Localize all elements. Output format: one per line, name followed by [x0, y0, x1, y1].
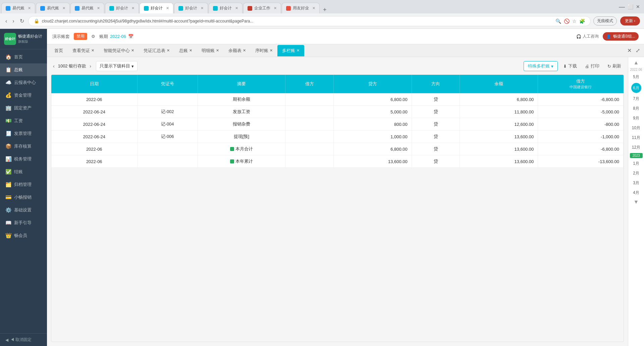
sidebar-item-基础设置[interactable]: ⚙️基础设置 [0, 204, 47, 216]
browser-tab-8[interactable]: 用友好业✕ [282, 3, 320, 13]
cell-direction: 贷 [412, 118, 460, 131]
calendar-month-2023-1[interactable]: 1月 [628, 159, 644, 168]
calendar-month-5[interactable]: 5月 [628, 72, 644, 82]
page-tab-close-2[interactable]: ✕ [131, 48, 134, 53]
tab-close-2[interactable]: ✕ [97, 6, 100, 10]
calendar-scroll-up[interactable]: ▲ [632, 58, 640, 67]
page-tab-close-3[interactable]: ✕ [167, 48, 170, 53]
sidebar-item-发票管理[interactable]: 🧾发票管理 [0, 127, 47, 140]
calendar-month-7[interactable]: 7月 [628, 94, 644, 104]
nav-icon-3: 💰 [5, 92, 11, 98]
calendar-month-10[interactable]: 10月 [628, 123, 644, 133]
voucher-link[interactable]: 记-002 [161, 109, 174, 114]
download-button[interactable]: ⬇ 下载 [560, 61, 580, 71]
tab-close-3[interactable]: ✕ [131, 6, 135, 10]
voucher-link[interactable]: 记-006 [161, 134, 174, 139]
update-button[interactable]: 更新 › [620, 16, 640, 26]
page-tab-查看凭证[interactable]: 查看凭证✕ [68, 45, 99, 56]
sidebar-item-工资[interactable]: 💵工资 [0, 114, 47, 127]
browser-tab-3[interactable]: 好会计✕ [105, 3, 139, 13]
page-tab-序时账[interactable]: 序时账✕ [251, 45, 277, 56]
calendar-scroll-down[interactable]: ▼ [632, 198, 640, 206]
sidebar-item-小畅报销[interactable]: 💳小畅报销 [0, 191, 47, 204]
sidebar-unpin-button[interactable]: ◀ ◀ 取消固定 [0, 333, 47, 346]
calendar-month-9[interactable]: 9月 [628, 113, 644, 123]
page-tab-凭证汇总表[interactable]: 凭证汇总表✕ [139, 45, 174, 56]
page-tab-明细账[interactable]: 明细账✕ [197, 45, 224, 56]
sidebar-item-总账[interactable]: 📋总账 [0, 63, 47, 76]
sidebar-item-新手引导[interactable]: 📖新手引导 [0, 216, 47, 229]
page-tab-close-4[interactable]: ✕ [189, 48, 192, 53]
sidebar-item-归档管理[interactable]: 🗂️归档管理 [0, 178, 47, 191]
new-tab-button[interactable]: + [320, 6, 329, 13]
page-tab-close-5[interactable]: ✕ [216, 48, 219, 53]
calendar-month-2023-4[interactable]: 4月 [628, 188, 644, 198]
calendar-month-11[interactable]: 11月 [628, 133, 644, 143]
sidebar-item-税务管理[interactable]: 📊税务管理 [0, 153, 47, 165]
address-bar[interactable]: 🔒 cloud2.chanjet.com/accounting/uh26t264… [28, 16, 591, 26]
sidebar-item-云报表中心[interactable]: ☁️云报表中心 [0, 76, 47, 89]
forward-button[interactable]: › [11, 17, 15, 26]
page-tab-close-7[interactable]: ✕ [270, 48, 273, 53]
nav-label-11: 小畅报销 [14, 194, 32, 200]
tab-close-5[interactable]: ✕ [201, 6, 204, 10]
stealth-mode-button[interactable]: 无痕模式 [593, 16, 617, 26]
tab-close-4[interactable]: ✕ [166, 6, 169, 10]
nav-label-3: 资金管理 [14, 92, 32, 98]
sidebar-item-固定资产[interactable]: 🏢固定资产 [0, 102, 47, 114]
next-account-button[interactable]: › [88, 63, 93, 69]
calendar-icon[interactable]: 📅 [128, 34, 133, 39]
page-tab-首页[interactable]: 首页 [50, 45, 68, 56]
minimize-button[interactable]: — [619, 3, 625, 10]
table-header-row: 日期 凭证号 摘要 借方 贷方 方向 余额 借方中国建设银行 [51, 75, 624, 93]
tab-close-7[interactable]: ✕ [274, 6, 277, 10]
page-tab-多栏账[interactable]: 多栏账✕ [277, 45, 304, 56]
calendar-month-12[interactable]: 12月 [628, 143, 644, 152]
calendar-month-2023-2[interactable]: 2月 [628, 168, 644, 178]
browser-tab-0[interactable]: 易代账✕ [1, 3, 35, 13]
tab-close-all-button[interactable]: ✕ [626, 46, 633, 55]
tab-close-0[interactable]: ✕ [28, 6, 31, 10]
back-button[interactable]: ‹ [4, 17, 8, 26]
close-window-button[interactable]: ✕ [636, 4, 640, 9]
reload-button[interactable]: ↻ [18, 16, 25, 26]
browser-tab-4[interactable]: 好会计✕ [140, 3, 173, 13]
page-tab-close-1[interactable]: ✕ [91, 48, 94, 53]
page-tab-总账[interactable]: 总账✕ [174, 45, 197, 56]
page-tab-close-6[interactable]: ✕ [243, 48, 246, 53]
ledger-table-wrapper: 日期 凭证号 摘要 借方 贷方 方向 余额 借方中国建设银行 [51, 75, 624, 342]
user-menu[interactable]: 👤 畅捷通B组... [603, 32, 639, 41]
page-tab-close-8[interactable]: ✕ [297, 48, 300, 53]
tab-maximize-button[interactable]: ⤢ [634, 46, 641, 55]
page-tab-余额表[interactable]: 余额表✕ [224, 45, 251, 56]
browser-tab-2[interactable]: 易代账✕ [70, 3, 104, 13]
settings-icon[interactable]: ⚙ [91, 34, 95, 39]
tab-close-1[interactable]: ✕ [62, 6, 65, 10]
prev-account-button[interactable]: ‹ [51, 63, 57, 69]
sidebar-item-首页[interactable]: 🏠首页 [0, 51, 47, 63]
sidebar-item-库存核算[interactable]: 📦库存核算 [0, 140, 47, 153]
browser-tab-6[interactable]: 好会计✕ [209, 3, 243, 13]
sidebar-item-资金管理[interactable]: 💰资金管理 [0, 89, 47, 102]
filter-dropdown[interactable]: 只显示下级科目 ▾ [96, 61, 138, 71]
refresh-icon: ↻ [607, 64, 611, 69]
browser-tab-7[interactable]: 企业工作✕ [243, 3, 281, 13]
nav-icon-6: 🧾 [5, 131, 11, 137]
maximize-button[interactable]: ⬜ [628, 4, 633, 9]
page-tab-智能凭证中心[interactable]: 智能凭证中心✕ [99, 45, 139, 56]
cell-balance: 13,600.00 [460, 131, 538, 143]
tab-close-6[interactable]: ✕ [235, 6, 238, 10]
browser-tab-5[interactable]: 好会计✕ [174, 3, 208, 13]
calendar-month-2023-3[interactable]: 3月 [628, 178, 644, 188]
sidebar-item-畅会员[interactable]: 👑畅会员 [0, 229, 47, 242]
voucher-link[interactable]: 记-004 [161, 121, 174, 127]
sidebar-item-结账[interactable]: ✅结账 [0, 165, 47, 178]
refresh-button[interactable]: ↻ 刷新 [605, 61, 624, 71]
browser-tab-1[interactable]: 易代账✕ [36, 3, 70, 13]
tab-close-8[interactable]: ✕ [312, 6, 315, 10]
calendar-month-6-active[interactable]: 6月 [631, 83, 641, 93]
multi-col-button[interactable]: 特殊多栏账 ▾ [524, 61, 558, 71]
print-button[interactable]: 🖨 打印 [582, 61, 602, 71]
consult-button[interactable]: 🎧 人工咨询 [576, 34, 599, 39]
calendar-month-8[interactable]: 8月 [628, 104, 644, 113]
